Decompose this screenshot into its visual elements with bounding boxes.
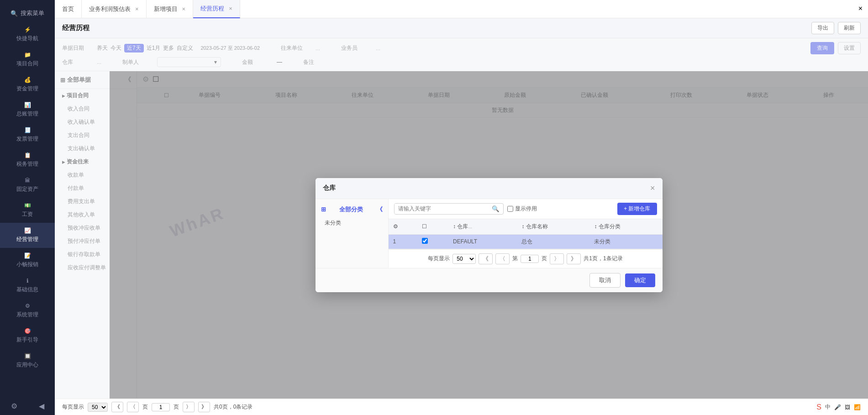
modal-col-name[interactable]: ↕ 仓库名称	[517, 219, 589, 235]
tab-home[interactable]: 首页	[55, 0, 82, 18]
bottom-first-btn[interactable]: 《	[111, 402, 123, 412]
filter-creator-label: 制单人	[122, 58, 150, 66]
sidebar: 🔍 搜索菜单 ⚡ 快捷导航 📁 项目合同 💰 资金管理 📊 总账管理 🧾 发票管…	[0, 0, 55, 415]
modal-col-code[interactable]: ↕ 仓库...	[448, 219, 517, 235]
filter-salesperson-label: 业务员	[341, 44, 368, 52]
search-icon: 🔍	[11, 10, 18, 17]
show-disabled-label: 显示停用	[515, 205, 537, 213]
modal-content: 🔍 显示停用 + 新增仓库	[389, 199, 663, 268]
sidebar-search[interactable]: 🔍 搜索菜单	[0, 5, 55, 22]
filter-row-warehouse: 仓库 ... 制单人 ▾ 金额 — 备注	[62, 57, 861, 67]
bottom-per-page-select[interactable]: 50	[88, 403, 108, 412]
appcenter-icon: 🔲	[24, 353, 31, 359]
content-area: ⊞ 全部单据 《 ▸ 项目合同 收入合同 收入确认单 支出合同 支出确认单 ▸ …	[55, 71, 868, 415]
tab-new-project-label: 新增项目	[154, 5, 178, 13]
bottom-page-input[interactable]	[152, 403, 170, 411]
modal-footer: 取消 确定	[316, 268, 663, 292]
salary-icon: 💵	[24, 202, 31, 209]
modal-cancel-button[interactable]: 取消	[589, 273, 621, 288]
modal-next-page[interactable]: 〉	[550, 253, 564, 264]
sidebar-item-label: 新手引导	[16, 336, 38, 344]
filter-row-date: 单据日期 养天 今天 近7天 近1月 更多 自定义 2023-05-27 至 2…	[62, 42, 861, 54]
modal-search-input[interactable]	[395, 204, 488, 214]
filter-salesperson-select[interactable]: ...	[376, 45, 380, 52]
sidebar-item-fixed-asset[interactable]: 🏛 固定资产	[0, 173, 55, 198]
tab-history-close[interactable]: ×	[229, 5, 232, 12]
tax-icon: 📋	[24, 152, 31, 158]
modal-col-settings[interactable]: ⚙	[389, 219, 418, 235]
sidebar-item-project[interactable]: 📁 项目合同	[0, 47, 55, 72]
export-button[interactable]: 导出	[811, 22, 834, 34]
filter-bar: 单据日期 养天 今天 近7天 近1月 更多 自定义 2023-05-27 至 2…	[55, 38, 868, 71]
main-close-btn[interactable]: ×	[858, 5, 863, 13]
settings-button[interactable]: 设置	[838, 42, 861, 54]
tree-label-project: 项目合同	[67, 92, 89, 100]
modal-row-checkbox[interactable]	[417, 234, 448, 249]
filter-creator-select[interactable]: ▾	[157, 57, 221, 67]
filter-option-today[interactable]: 今天	[110, 44, 121, 52]
toolbar-right: 导出 刷新	[811, 22, 861, 34]
filter-option-more[interactable]: 更多	[163, 44, 174, 52]
modal-pagination: 每页显示 50 100 200 《 〈 第 页 〉	[389, 249, 663, 268]
modal-tree-item-label: 未分类	[325, 220, 341, 226]
bottom-total-text: 共0页，0条记录	[214, 403, 253, 411]
filter-option-yangTian[interactable]: 养天	[97, 44, 108, 52]
bottom-last-btn[interactable]: 》	[198, 402, 210, 412]
modal-add-button[interactable]: + 新增仓库	[617, 203, 657, 215]
modal-prev-page[interactable]: 〈	[495, 253, 510, 264]
modal-show-disabled[interactable]: 显示停用	[507, 205, 537, 213]
show-disabled-checkbox[interactable]	[507, 206, 513, 212]
settings-icon[interactable]: ⚙	[11, 402, 17, 410]
table-row[interactable]: 1 DEFAULT 总仓 未分类	[389, 234, 663, 249]
refresh-button[interactable]: 刷新	[838, 22, 861, 34]
query-button[interactable]: 查询	[810, 42, 834, 54]
modal-confirm-button[interactable]: 确定	[625, 273, 655, 287]
collapse-icon[interactable]: ◀	[39, 402, 44, 410]
sidebar-item-appcenter[interactable]: 🔲 应用中心	[0, 348, 55, 373]
filter-option-1month[interactable]: 近1月	[147, 44, 161, 52]
modal-toolbar: 🔍 显示停用 + 新增仓库	[389, 199, 663, 219]
sidebar-item-tax[interactable]: 📋 税务管理	[0, 147, 55, 173]
tab-history[interactable]: 经营历程 ×	[193, 0, 240, 18]
modal-page-input[interactable]	[521, 255, 539, 263]
sidebar-item-guide[interactable]: 🎯 新手引导	[0, 323, 55, 348]
tree-label: 付款单	[68, 184, 84, 192]
modal-per-page-select[interactable]: 50 100 200	[452, 254, 476, 264]
sidebar-item-label: 总账管理	[16, 110, 38, 118]
modal-col-category[interactable]: ↕ 仓库分类	[589, 219, 662, 235]
filter-partner-select[interactable]: ...	[316, 45, 320, 52]
sidebar-item-label: 项目合同	[16, 60, 38, 68]
sidebar-item-salary[interactable]: 💵 工资	[0, 198, 55, 223]
sidebar-item-quicknav[interactable]: ⚡ 快捷导航	[0, 22, 55, 47]
tab-profit[interactable]: 业务利润预估表 ×	[82, 0, 147, 18]
filter-warehouse-select[interactable]: ...	[97, 59, 101, 65]
bottom-prev-btn[interactable]: 〈	[127, 402, 139, 412]
filter-option-custom[interactable]: 自定义	[177, 44, 193, 52]
sidebar-item-base[interactable]: ℹ 基础信息	[0, 273, 55, 298]
sidebar-item-report[interactable]: 📝 小畅报销	[0, 248, 55, 273]
tree-label: 银行存取款单	[68, 251, 100, 258]
modal-search-box[interactable]: 🔍	[394, 203, 504, 215]
tab-new-project-close[interactable]: ×	[182, 5, 186, 12]
modal-close-button[interactable]: ×	[650, 184, 655, 193]
modal-last-page[interactable]: 》	[567, 253, 581, 264]
tab-new-project[interactable]: 新增项目 ×	[147, 0, 194, 18]
sidebar-item-sysadmin[interactable]: ⚙ 系统管理	[0, 298, 55, 323]
modal-first-page[interactable]: 《	[479, 253, 493, 264]
bottom-next-btn[interactable]: 〉	[183, 402, 195, 412]
modal-title: 仓库	[323, 184, 336, 192]
sidebar-item-label: 工资	[22, 210, 33, 218]
modal-tree-collapse[interactable]: 《	[377, 205, 383, 214]
sidebar-item-invoice[interactable]: 🧾 发票管理	[0, 122, 55, 147]
modal-search-button[interactable]: 🔍	[488, 204, 503, 214]
modal-tree-item-uncategorized[interactable]: 未分类	[316, 216, 388, 230]
tree-label: 收入合同	[68, 105, 89, 113]
sidebar-item-ledger[interactable]: 📊 总账管理	[0, 97, 55, 122]
tab-profit-close[interactable]: ×	[135, 5, 139, 12]
sidebar-item-management[interactable]: 📈 经营管理	[0, 223, 55, 248]
filter-option-7days[interactable]: 近7天	[124, 44, 144, 53]
modal-tree-header-label: 全部分类	[339, 205, 363, 214]
sidebar-item-fund[interactable]: 💰 资金管理	[0, 72, 55, 97]
modal-col-checkbox[interactable]: ☐	[417, 219, 448, 235]
modal-tree-header[interactable]: ⊞ 全部分类 《	[316, 203, 388, 216]
